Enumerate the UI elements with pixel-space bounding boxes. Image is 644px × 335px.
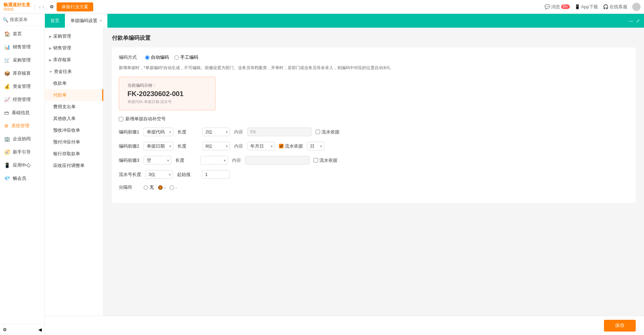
sidebar-item-sales[interactable]: 📊 销售管理 xyxy=(0,40,45,54)
separator-dot2-option[interactable]: · xyxy=(170,185,177,190)
separator-label: 分隔符 xyxy=(119,184,140,190)
sales-icon: 📊 xyxy=(4,44,10,50)
prefix2-select[interactable]: 单据日期 xyxy=(144,142,173,150)
prefix3-select[interactable]: 空 xyxy=(144,156,171,165)
avatar[interactable] xyxy=(632,3,641,11)
prefix2-length-select[interactable]: 8位 xyxy=(202,142,230,150)
submenu-group-inventory: ▶ 库存核算 xyxy=(45,54,103,66)
separator-dot-radio[interactable] xyxy=(158,185,163,190)
start-value-input[interactable] xyxy=(202,170,230,179)
bottom-bar: 保存 xyxy=(45,316,644,335)
submenu-item-adjustment[interactable]: 应收应付调整单 xyxy=(45,160,103,171)
submenu-group-inventory-title[interactable]: ▶ 库存核算 xyxy=(45,54,103,66)
main-content: 付款单编码设置 编码方式 自动编码 手工编码 xyxy=(104,28,644,316)
tab-expand-icon[interactable]: ⤢ xyxy=(636,18,640,24)
sidebar-item-apps[interactable]: 📱 应用中心 xyxy=(0,159,45,172)
sidebar-item-purchase[interactable]: 🛒 采购管理 xyxy=(0,54,45,67)
sidebar: 🔍 搜索菜单 🏠 首页 📊 销售管理 🛒 采购管理 📦 库存核算 💰 xyxy=(0,14,45,335)
trial-button[interactable]: 体验行业方案 xyxy=(57,2,93,11)
prefix2-serial-checkbox[interactable] xyxy=(279,144,283,148)
messages-button[interactable]: 💬 消息 99+ xyxy=(545,4,570,10)
sidebar-search-btn[interactable]: 🔍 搜索菜单 xyxy=(3,17,28,23)
sidebar-item-operation[interactable]: 📈 经营管理 xyxy=(0,93,45,106)
submenu-group-finance-title[interactable]: ▼ 资金往来 xyxy=(45,66,103,77)
prefix1-length-select-wrapper: 2位 xyxy=(202,128,230,136)
basic-icon: 🗃 xyxy=(4,110,9,115)
manual-encode-option[interactable]: 手工编码 xyxy=(174,54,198,61)
sidebar-item-enterprise[interactable]: 🏢 企业协同 xyxy=(0,132,45,146)
prefix1-serial-label: 流水依据 xyxy=(321,129,339,135)
submenu-item-other-income[interactable]: 其他收入单 xyxy=(45,113,103,124)
submenu-group-purchase: ▶ 采购管理 xyxy=(45,30,103,42)
download-button[interactable]: 📱 App下载 xyxy=(575,4,598,10)
tab-minimize-icon[interactable]: — xyxy=(629,18,633,24)
sidebar-item-basic[interactable]: 🗃 基础信息 xyxy=(0,106,45,119)
auto-fill-checkbox[interactable] xyxy=(119,117,123,121)
separator-none-option[interactable]: 无 xyxy=(144,184,154,190)
serial-length-select[interactable]: 3位 xyxy=(145,170,173,179)
prefix1-serial-check: 流水依据 xyxy=(316,129,339,135)
submenu-item-prepayment-ap[interactable]: 预付冲应付单 xyxy=(45,136,103,148)
system-icon: ⚙ xyxy=(4,123,9,129)
prefix2-serial-check: 流水依据 xyxy=(279,143,303,149)
auto-fill-row: 新增单据自动补空号 xyxy=(119,116,629,122)
prefix1-content-input[interactable] xyxy=(247,128,311,136)
tab-home[interactable]: 首页 xyxy=(45,14,65,28)
sidebar-settings-icon[interactable]: ⚙ xyxy=(3,327,7,332)
submenu-item-bank-deposit[interactable]: 银行存取款单 xyxy=(45,148,103,160)
home-icon: 🏠 xyxy=(4,31,10,37)
submenu-item-payment[interactable]: 付款单 xyxy=(45,89,103,101)
download-icon: 📱 xyxy=(575,4,580,9)
prefix1-select-wrapper: 单据代码 xyxy=(144,128,173,136)
message-icon: 💬 xyxy=(545,4,550,9)
prefix2-row: 编码前缀2 单据日期 长度 8位 内容 xyxy=(119,142,629,150)
submenu-group-sales: ▶ 销售管理 xyxy=(45,42,103,54)
prefix2-content-select[interactable]: 年月日 xyxy=(247,142,275,150)
desc-text: 新增单据时，*单据编码*自动生成，不可编辑。前缀设置为部门、业务员等档案类，开单… xyxy=(119,65,629,71)
guide-icon: 🧭 xyxy=(4,149,10,155)
submenu-group-purchase-title[interactable]: ▶ 采购管理 xyxy=(45,30,103,42)
arrow-right-icon: ▶ xyxy=(49,58,52,62)
separator-none-radio[interactable] xyxy=(144,185,148,190)
prefix3-row: 编码前缀3 空 长度 内容 xyxy=(119,156,629,165)
operation-icon: 📈 xyxy=(4,97,10,102)
prefix1-length-select[interactable]: 2位 xyxy=(202,128,230,136)
prefix3-serial-label: 流水依据 xyxy=(319,157,337,164)
manual-encode-radio[interactable] xyxy=(174,55,179,60)
save-button[interactable]: 保存 xyxy=(604,320,636,332)
submenu-item-receipt[interactable]: 收款单 xyxy=(45,77,103,89)
topbar-settings-icon[interactable]: ⚙ xyxy=(50,4,54,9)
prefix2-serial-value-select[interactable]: 日 xyxy=(307,142,324,150)
separator-dot2-radio[interactable] xyxy=(170,185,174,190)
auto-fill-label: 新增单据自动补空号 xyxy=(125,116,166,122)
prefix2-content-select-wrapper: 年月日 xyxy=(247,142,275,150)
sidebar-item-home[interactable]: 🏠 首页 xyxy=(0,27,45,40)
auto-encode-option[interactable]: 自动编码 xyxy=(145,54,169,61)
sidebar-item-member[interactable]: 💎 畅会员 xyxy=(0,172,45,185)
sidebar-item-finance[interactable]: 💰 资金管理 xyxy=(0,80,45,93)
submenu-item-expense[interactable]: 费用支出单 xyxy=(45,101,103,113)
submenu-item-prepayment-ar[interactable]: 预收冲应收单 xyxy=(45,124,103,136)
sidebar-item-system[interactable]: ⚙ 系统管理 xyxy=(0,119,45,132)
sidebar-item-inventory[interactable]: 📦 库存核算 xyxy=(0,67,45,80)
prefix3-length-select[interactable] xyxy=(200,156,228,165)
auto-encode-radio[interactable] xyxy=(145,55,150,60)
sidebar-item-guide[interactable]: 🧭 新手引导 xyxy=(0,146,45,159)
prefix1-select[interactable]: 单据代码 xyxy=(144,128,173,136)
topbar-nav-arrows[interactable]: ‹ › xyxy=(39,4,44,9)
sidebar-bottom: ⚙ ◀ xyxy=(0,324,45,335)
encode-method-row: 编码方式 自动编码 手工编码 xyxy=(119,54,629,61)
sidebar-collapse-icon[interactable]: ◀ xyxy=(38,327,42,332)
page-title: 付款单编码设置 xyxy=(112,35,636,42)
tab-close-icon[interactable]: × xyxy=(99,18,102,23)
prefix3-serial-checkbox[interactable] xyxy=(314,158,318,162)
online-service-button[interactable]: 🎧 在线客服 xyxy=(603,4,627,10)
inventory-icon: 📦 xyxy=(4,71,10,76)
submenu-group-sales-title[interactable]: ▶ 销售管理 xyxy=(45,42,103,54)
tab-encode-settings[interactable]: 单据编码设置 × xyxy=(65,14,107,28)
enterprise-icon: 🏢 xyxy=(4,136,10,142)
separator-dot-option[interactable]: - xyxy=(158,185,165,190)
prefix1-serial-checkbox[interactable] xyxy=(316,130,320,134)
prefix3-content-input[interactable] xyxy=(245,156,309,165)
prefix3-content-label: 内容 xyxy=(232,157,241,164)
